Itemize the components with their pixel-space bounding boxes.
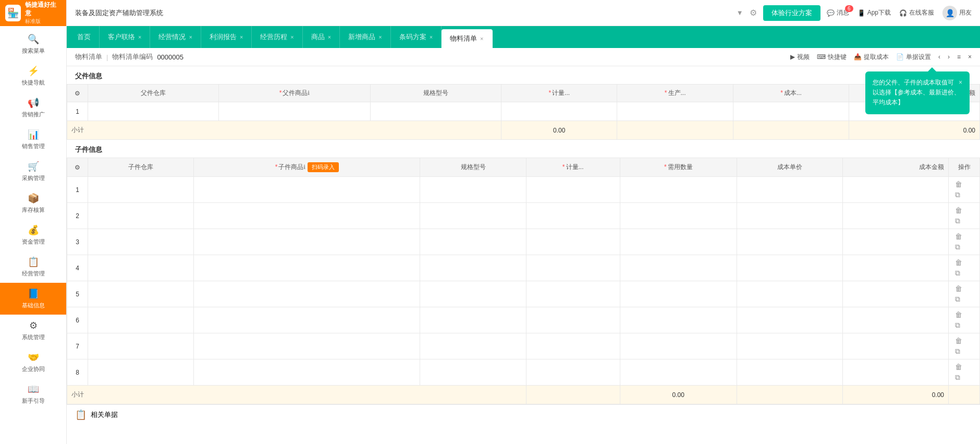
child-qty-3[interactable] xyxy=(620,255,737,281)
parent-product-cell[interactable] xyxy=(218,102,371,121)
view-video-btn[interactable]: ▶ 视频 xyxy=(790,53,810,62)
parent-cost-cell[interactable] xyxy=(733,102,849,121)
delete-row-6[interactable]: 🗑 xyxy=(953,335,964,346)
prev-btn[interactable]: ‹ xyxy=(938,53,940,61)
parent-spec-cell[interactable] xyxy=(371,102,501,121)
delete-row-3[interactable]: 🗑 xyxy=(953,257,964,268)
delete-row-5[interactable]: 🗑 xyxy=(953,309,964,320)
child-qty-0[interactable] xyxy=(620,177,737,203)
nav-tab-0[interactable]: 首页 xyxy=(69,26,100,48)
nav-tab-8[interactable]: 物料清单× xyxy=(442,29,492,48)
copy-row-4[interactable]: ⧉ xyxy=(953,294,962,305)
delete-row-4[interactable]: 🗑 xyxy=(953,283,964,294)
tab-close-8[interactable]: × xyxy=(480,35,483,42)
copy-row-0[interactable]: ⧉ xyxy=(953,189,962,200)
nav-tab-4[interactable]: 经营历程× xyxy=(252,26,302,48)
child-qty-7[interactable] xyxy=(620,359,737,386)
child-qty-2[interactable] xyxy=(620,229,737,255)
copy-row-6[interactable]: ⧉ xyxy=(953,346,962,357)
child-warehouse-7[interactable] xyxy=(88,359,194,386)
child-unit-4[interactable] xyxy=(526,281,620,307)
child-unit-cost-3[interactable] xyxy=(737,255,842,281)
single-settings-btn[interactable]: 📄 单据设置 xyxy=(896,53,931,62)
child-unit-5[interactable] xyxy=(526,307,620,333)
shortcut-btn[interactable]: ⌨ 快捷键 xyxy=(817,53,847,62)
copy-row-7[interactable]: ⧉ xyxy=(953,372,962,383)
tab-close-7[interactable]: × xyxy=(430,34,433,40)
child-product-2[interactable] xyxy=(194,229,420,255)
child-product-4[interactable] xyxy=(194,281,420,307)
child-spec-3[interactable] xyxy=(420,255,526,281)
child-warehouse-3[interactable] xyxy=(88,255,194,281)
child-qty-1[interactable] xyxy=(620,203,737,229)
copy-row-3[interactable]: ⧉ xyxy=(953,268,962,279)
message-btn[interactable]: 💬 消息 6 xyxy=(827,8,849,17)
child-col-settings[interactable]: ⚙ xyxy=(67,158,88,177)
delete-row-7[interactable]: 🗑 xyxy=(953,362,964,372)
online-service-btn[interactable]: 🎧 在线客服 xyxy=(899,8,934,17)
scan-input-btn[interactable]: 扫码录入 xyxy=(308,162,339,172)
child-warehouse-4[interactable] xyxy=(88,281,194,307)
extract-cost-btn[interactable]: 📥 提取成本 xyxy=(854,53,889,62)
child-unit-0[interactable] xyxy=(526,177,620,203)
child-spec-5[interactable] xyxy=(420,307,526,333)
child-unit-cost-4[interactable] xyxy=(737,281,842,307)
child-unit-cost-2[interactable] xyxy=(737,229,842,255)
nav-tab-7[interactable]: 条码方案× xyxy=(391,26,442,48)
child-qty-5[interactable] xyxy=(620,307,737,333)
child-product-6[interactable] xyxy=(194,333,420,359)
child-unit-3[interactable] xyxy=(526,255,620,281)
delete-row-0[interactable]: 🗑 xyxy=(953,179,964,189)
child-unit-cost-0[interactable] xyxy=(737,177,842,203)
parent-prod-cell[interactable] xyxy=(617,102,733,121)
child-spec-4[interactable] xyxy=(420,281,526,307)
child-unit-cost-6[interactable] xyxy=(737,333,842,359)
parent-warehouse-cell[interactable] xyxy=(88,102,219,121)
nav-tab-5[interactable]: 商品× xyxy=(303,26,340,48)
parent-col-settings[interactable]: ⚙ xyxy=(67,85,88,102)
tooltip-close-btn[interactable]: × xyxy=(959,78,962,88)
child-warehouse-2[interactable] xyxy=(88,229,194,255)
tab-close-6[interactable]: × xyxy=(378,34,382,40)
tab-close-1[interactable]: × xyxy=(138,34,141,40)
close-btn[interactable]: × xyxy=(968,53,972,61)
tab-close-2[interactable]: × xyxy=(189,34,192,40)
sidebar-item-2[interactable]: 📢营销推广 xyxy=(0,92,66,124)
child-unit-1[interactable] xyxy=(526,203,620,229)
child-spec-0[interactable] xyxy=(420,177,526,203)
tab-close-3[interactable]: × xyxy=(240,34,243,40)
sidebar-item-8[interactable]: 📘基础信息 xyxy=(0,283,66,315)
child-spec-6[interactable] xyxy=(420,333,526,359)
child-unit-2[interactable] xyxy=(526,229,620,255)
app-download-btn[interactable]: 📱 App下载 xyxy=(858,8,891,17)
child-warehouse-1[interactable] xyxy=(88,203,194,229)
sidebar-item-4[interactable]: 🛒采购管理 xyxy=(0,155,66,187)
child-unit-cost-1[interactable] xyxy=(737,203,842,229)
child-warehouse-0[interactable] xyxy=(88,177,194,203)
child-qty-6[interactable] xyxy=(620,333,737,359)
child-product-1[interactable] xyxy=(194,203,420,229)
sidebar-item-11[interactable]: 📖新手引导 xyxy=(0,378,66,410)
child-unit-6[interactable] xyxy=(526,333,620,359)
sidebar-item-5[interactable]: 📦库存核算 xyxy=(0,187,66,219)
child-product-7[interactable] xyxy=(194,359,420,386)
sidebar-item-10[interactable]: 🤝企业协同 xyxy=(0,346,66,378)
copy-row-1[interactable]: ⧉ xyxy=(953,215,962,226)
nav-tab-2[interactable]: 经营情况× xyxy=(150,26,201,48)
child-unit-7[interactable] xyxy=(526,359,620,386)
sidebar-item-7[interactable]: 📋经营管理 xyxy=(0,251,66,283)
settings-icon[interactable]: ⚙ xyxy=(750,8,757,18)
child-warehouse-6[interactable] xyxy=(88,333,194,359)
user-menu[interactable]: 👤 用友 xyxy=(942,6,972,20)
menu-btn[interactable]: ≡ xyxy=(957,53,961,61)
sidebar-item-0[interactable]: 🔍搜索菜单 xyxy=(0,28,66,60)
nav-tab-1[interactable]: 客户联络× xyxy=(100,26,150,48)
tab-close-4[interactable]: × xyxy=(290,34,293,40)
child-product-5[interactable] xyxy=(194,307,420,333)
child-product-3[interactable] xyxy=(194,255,420,281)
child-warehouse-5[interactable] xyxy=(88,307,194,333)
child-spec-2[interactable] xyxy=(420,229,526,255)
topbar-dropdown-arrow[interactable]: ▼ xyxy=(737,9,743,17)
parent-unit-cell[interactable] xyxy=(501,102,617,121)
tab-close-5[interactable]: × xyxy=(328,34,331,40)
